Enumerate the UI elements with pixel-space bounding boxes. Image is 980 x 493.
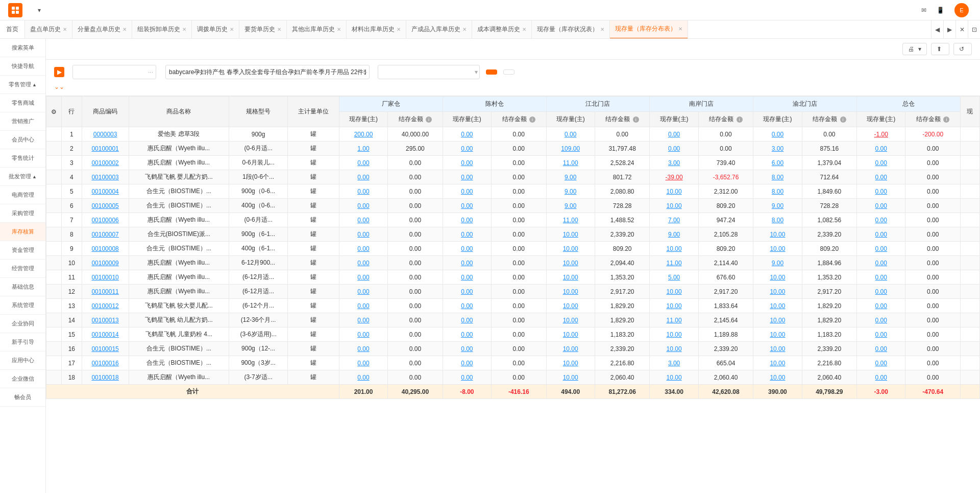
tab-close-icon[interactable]: ✕ bbox=[678, 26, 682, 32]
message-icon: ✉ bbox=[921, 7, 926, 14]
summary-row: 合计201.0040,295.00-8.00-416.16494.0081,27… bbox=[46, 385, 980, 399]
tab-close-icon[interactable]: ✕ bbox=[397, 27, 401, 32]
sidebar-item-企业协同[interactable]: 企业协同 bbox=[0, 315, 45, 333]
query-btn[interactable] bbox=[486, 69, 497, 75]
tab-5[interactable]: 要货单历史 ✕ bbox=[239, 20, 287, 39]
industry-selector[interactable]: ▾ bbox=[36, 7, 41, 14]
filter-toggle-btn[interactable]: ▶ bbox=[54, 67, 64, 77]
table-row: 200100001惠氏启醒（Wyeth illu...(0-6月适...罐1.0… bbox=[46, 142, 980, 156]
tab-2[interactable]: 分量盘点单历史 ✕ bbox=[72, 20, 132, 39]
table-row: 1000100009惠氏启醒（Wyeth illu...6-12月900...罐… bbox=[46, 256, 980, 270]
tab-close-icon[interactable]: ✕ bbox=[122, 27, 127, 32]
color-dropdown-icon[interactable]: ▾ bbox=[475, 68, 478, 76]
app-download-btn[interactable]: 📱 bbox=[937, 7, 946, 14]
tab-close-all-btn[interactable]: ✕ bbox=[955, 20, 968, 39]
sidebar-item-应用中心[interactable]: 应用中心 bbox=[0, 351, 45, 370]
tab-8[interactable]: 产成品入库单历史 ✕ bbox=[406, 20, 472, 39]
expand-conditions-btn[interactable]: ⌄⌄ bbox=[54, 83, 65, 90]
settings-filter-btn[interactable] bbox=[503, 69, 514, 75]
th-jiangbei: 江北门店 bbox=[546, 97, 650, 112]
sidebar-item-会员中心[interactable]: 会员中心 bbox=[0, 131, 45, 149]
export-btn[interactable]: ⬆ bbox=[931, 43, 949, 55]
sidebar-item-快捷导航[interactable]: 快捷导航 bbox=[0, 57, 45, 76]
tab-close-icon[interactable]: ✕ bbox=[600, 27, 604, 32]
th-current: 现 bbox=[960, 97, 979, 127]
tab-close-icon[interactable]: ✕ bbox=[462, 27, 467, 32]
info-icon[interactable]: i bbox=[737, 116, 743, 123]
tab-close-icon[interactable]: ✕ bbox=[337, 27, 341, 32]
table-row: 10000003爱他美 虑草3段900g罐200.0040,000.000.00… bbox=[46, 127, 980, 142]
tab-10[interactable]: 现存量（库存状况表） ✕ bbox=[532, 20, 610, 39]
warehouse-input[interactable] bbox=[72, 65, 156, 79]
th-changjiaCun-amt: 结存金额 i bbox=[388, 112, 443, 127]
sidebar-item-零售管理[interactable]: 零售管理▲ bbox=[0, 76, 45, 94]
th-settings[interactable]: ⚙ bbox=[46, 97, 62, 127]
sidebar-item-经营管理[interactable]: 经营管理 bbox=[0, 260, 45, 278]
sidebar-item-畅会员[interactable]: 畅会员 bbox=[0, 388, 45, 407]
tab-close-icon[interactable]: ✕ bbox=[230, 27, 234, 32]
tab-close-icon[interactable]: ✕ bbox=[277, 27, 281, 32]
sidebar-item-搜索英单[interactable]: 搜索英单 bbox=[0, 39, 45, 57]
color-input[interactable] bbox=[378, 65, 480, 79]
sidebar-item-库存核算[interactable]: 库存核算 bbox=[0, 223, 45, 241]
tab-close-icon[interactable]: ✕ bbox=[182, 27, 186, 32]
tab-expand-btn[interactable]: ⊡ bbox=[968, 20, 980, 39]
sidebar-item-基础信息[interactable]: 基础信息 bbox=[0, 278, 45, 296]
th-zongcang-qty: 现存量(主) bbox=[857, 112, 905, 127]
tab-1[interactable]: 盘点单历史 ✕ bbox=[25, 20, 72, 39]
info-icon[interactable]: i bbox=[943, 116, 949, 123]
tab-close-icon[interactable]: ✕ bbox=[522, 27, 526, 32]
tab-4[interactable]: 调拨单历史 ✕ bbox=[192, 20, 239, 39]
message-btn[interactable]: ✉ bbox=[921, 7, 928, 14]
sidebar-item-营销推广[interactable]: 营销推广 bbox=[0, 112, 45, 131]
info-icon[interactable]: i bbox=[529, 116, 535, 123]
sidebar-item-系统管理[interactable]: 系统管理 bbox=[0, 296, 45, 315]
goods-filter: ··· bbox=[163, 65, 370, 79]
tab-7[interactable]: 材料出库单历史 ✕ bbox=[347, 20, 406, 39]
sidebar-item-零售统计[interactable]: 零售统计 bbox=[0, 149, 45, 168]
print-btn[interactable]: 🖨 ▾ bbox=[902, 43, 927, 55]
svg-rect-1 bbox=[16, 7, 19, 10]
info-icon[interactable]: i bbox=[840, 116, 846, 123]
table-row: 600100005合生元（BIOSTIME）...400g（0-6...罐0.0… bbox=[46, 199, 980, 213]
warehouse-dots-btn[interactable]: ··· bbox=[148, 68, 153, 76]
user-area[interactable]: E bbox=[954, 3, 972, 17]
sidebar-item-采购管理[interactable]: 采购管理 bbox=[0, 204, 45, 223]
th-changjiaCun: 厂家仓 bbox=[339, 97, 443, 112]
th-rownum: 行 bbox=[62, 97, 82, 127]
table-row: 1300100012飞鹤星飞帆 较大婴儿配...(6-12个月...罐0.000… bbox=[46, 299, 980, 313]
tab-0[interactable]: 首页 bbox=[0, 20, 25, 39]
sidebar-item-批发管理[interactable]: 批发管理▲ bbox=[0, 168, 45, 186]
tab-9[interactable]: 成本调整单历史 ✕ bbox=[472, 20, 532, 39]
goods-input[interactable] bbox=[165, 65, 370, 79]
refresh-btn[interactable]: ↺ bbox=[953, 43, 972, 55]
th-changjiaCun-qty: 现存量(主) bbox=[339, 112, 387, 127]
goods-dots-btn[interactable]: ··· bbox=[362, 68, 368, 76]
chevron-icon: ▲ bbox=[32, 82, 37, 87]
export-icon: ⬆ bbox=[937, 45, 942, 53]
tab-bar-tabs: 首页盘点单历史 ✕分量盘点单历史 ✕组装拆卸单历史 ✕调拨单历史 ✕要货单历史 … bbox=[0, 20, 931, 39]
sidebar-item-资金管理[interactable]: 资金管理 bbox=[0, 241, 45, 260]
sidebar-item-企业微信[interactable]: 企业微信 bbox=[0, 370, 45, 388]
tab-11[interactable]: 现存量（库存分布表） ✕ bbox=[610, 20, 688, 39]
sidebar-item-电商管理[interactable]: 电商管理 bbox=[0, 186, 45, 204]
tab-3[interactable]: 组装拆卸单历史 ✕ bbox=[132, 20, 192, 39]
main-layout: 搜索英单快捷导航零售管理▲零售商城营销推广会员中心零售统计批发管理▲电商管理采购… bbox=[0, 39, 980, 493]
tab-prev-btn[interactable]: ◀ bbox=[931, 20, 943, 39]
table-row: 1800100018惠氏启醒（Wyeth illu...(3-7岁适...罐0.… bbox=[46, 370, 980, 385]
page-header: 🖨 ▾ ⬆ ↺ bbox=[46, 39, 980, 60]
info-icon[interactable]: i bbox=[633, 116, 639, 123]
th-goods-name: 商品名称 bbox=[129, 97, 229, 127]
tab-6[interactable]: 其他出库单历史 ✕ bbox=[287, 20, 347, 39]
th-chencun-qty: 现存量(主) bbox=[443, 112, 491, 127]
sidebar-item-新手引导[interactable]: 新手引导 bbox=[0, 333, 45, 351]
tab-next-btn[interactable]: ▶ bbox=[943, 20, 955, 39]
sidebar-item-零售商城[interactable]: 零售商城 bbox=[0, 94, 45, 112]
svg-rect-2 bbox=[12, 11, 15, 14]
table-row: 800100007合生元(BIOSTIME)派...900g（6-1...罐0.… bbox=[46, 227, 980, 242]
th-yubei-amt: 结存金额 i bbox=[802, 112, 857, 127]
chevron-down-icon: ▾ bbox=[918, 45, 921, 53]
tab-close-icon[interactable]: ✕ bbox=[63, 27, 67, 32]
info-icon[interactable]: i bbox=[426, 116, 432, 123]
th-zongcang: 总仓 bbox=[857, 97, 961, 112]
